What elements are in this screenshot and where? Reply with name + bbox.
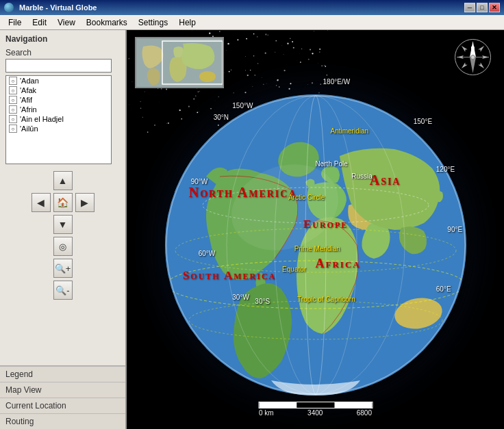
- list-item-label: 'Ain el Hadjel: [20, 115, 64, 123]
- list-item[interactable]: ○ 'Afrin: [6, 105, 111, 114]
- scale-seg-3: [334, 402, 372, 408]
- accordion-routing: Routing: [0, 413, 125, 429]
- nav-row-extra2: 🔍+: [53, 259, 73, 278]
- nav-buttons: ▲ ◀ 🏠 ▶ ▼ ◎ 🔍+ 🔍-: [5, 171, 120, 300]
- minimap[interactable]: [135, 37, 224, 88]
- list-item-label: 'Adan: [20, 77, 39, 85]
- location-icon: ○: [9, 125, 17, 133]
- nav-down-button[interactable]: ▼: [53, 215, 73, 234]
- left-panel: Navigation Search ○ 'Adan ○ 'Afak ○ 'Afi…: [0, 30, 127, 429]
- list-item[interactable]: ○ 'Afif: [6, 95, 111, 105]
- globe-container: North America South America Europe Asia …: [165, 94, 466, 395]
- titlebar: Marble - Virtual Globe ─ □ ✕: [0, 0, 504, 15]
- list-item[interactable]: ○ 'Afak: [6, 86, 111, 95]
- menubar: File Edit View Bookmarks Settings Help: [0, 15, 504, 30]
- accordion-routing-header[interactable]: Routing: [0, 414, 125, 429]
- menu-edit[interactable]: Edit: [27, 16, 52, 29]
- accordion-mapview-header[interactable]: Map View: [0, 382, 125, 398]
- nav-row-up: ▲: [53, 171, 73, 190]
- minimap-svg: [136, 38, 223, 87]
- minimize-button[interactable]: ─: [464, 3, 475, 12]
- svg-text:N: N: [471, 45, 475, 51]
- navigation-section: Navigation Search ○ 'Adan ○ 'Afak ○ 'Afi…: [0, 30, 125, 365]
- list-item[interactable]: ○ 'Ailūn: [6, 124, 111, 133]
- compass-svg: N: [454, 38, 492, 76]
- main-layout: Navigation Search ○ 'Adan ○ 'Afak ○ 'Afi…: [0, 30, 504, 429]
- list-item-label: 'Afrin: [20, 105, 37, 114]
- nav-row-down: ▼: [53, 215, 73, 234]
- scale-labels: 0 km 3400 6800: [259, 409, 372, 417]
- scale-label-0: 0 km: [259, 409, 274, 417]
- scale-label-max: 6800: [357, 409, 372, 417]
- list-item[interactable]: ○ 'Ain el Hadjel: [6, 114, 111, 124]
- nav-row-extra3: 🔍-: [53, 281, 73, 300]
- accordion-mapview: Map View: [0, 382, 125, 398]
- map-area[interactable]: North America South America Europe Asia …: [127, 30, 504, 429]
- scale-label-mid: 3400: [307, 409, 323, 417]
- globe-landmass: [165, 94, 466, 395]
- accordion-legend-header[interactable]: Legend: [0, 367, 125, 382]
- menu-file[interactable]: File: [3, 16, 27, 29]
- navigation-header: Navigation: [5, 34, 120, 44]
- list-item-label: 'Afak: [20, 86, 36, 94]
- location-icon: ○: [9, 105, 17, 114]
- list-item-label: 'Ailūn: [20, 125, 38, 133]
- nav-row-extra1: ◎: [53, 237, 73, 256]
- titlebar-controls: ─ □ ✕: [464, 3, 500, 12]
- maximize-button[interactable]: □: [477, 3, 488, 12]
- compass[interactable]: N: [454, 38, 492, 76]
- location-icon: ○: [9, 115, 17, 123]
- svg-point-22: [471, 55, 475, 60]
- accordion-currentlocation: Current Location: [0, 398, 125, 413]
- svg-point-16: [199, 71, 216, 82]
- menu-bookmarks[interactable]: Bookmarks: [81, 16, 133, 29]
- accordion-currentlocation-header[interactable]: Current Location: [0, 398, 125, 413]
- nav-zoom-in-button[interactable]: 🔍+: [53, 259, 73, 278]
- menu-help[interactable]: Help: [173, 16, 201, 29]
- titlebar-title: Marble - Virtual Globe: [4, 3, 97, 12]
- scale-seg-2: [297, 402, 334, 408]
- close-button[interactable]: ✕: [489, 3, 500, 12]
- search-label: Search: [5, 48, 120, 57]
- location-icon: ○: [9, 77, 17, 85]
- bottom-accordion: Legend Map View Current Location Routing: [0, 365, 125, 429]
- scale-line: [258, 402, 373, 408]
- scale-seg-1: [259, 402, 297, 408]
- search-input[interactable]: [5, 59, 112, 73]
- nav-home-button[interactable]: 🏠: [53, 193, 73, 212]
- search-results-list[interactable]: ○ 'Adan ○ 'Afak ○ 'Afif ○ 'Afrin ○ 'Ai: [5, 75, 112, 164]
- nav-row-middle: ◀ 🏠 ▶: [32, 193, 94, 212]
- menu-view[interactable]: View: [52, 16, 81, 29]
- nav-left-button[interactable]: ◀: [32, 193, 51, 212]
- app-icon: [4, 3, 14, 12]
- location-icon: ○: [9, 86, 17, 94]
- scale-bar: 0 km 3400 6800: [258, 402, 373, 417]
- accordion-legend: Legend: [0, 366, 125, 382]
- list-item[interactable]: ○ 'Adan: [6, 76, 111, 86]
- location-icon: ○: [9, 96, 17, 104]
- menu-settings[interactable]: Settings: [133, 16, 173, 29]
- nav-up-button[interactable]: ▲: [53, 171, 73, 190]
- list-item-label: 'Afif: [20, 96, 32, 104]
- app-title: Marble - Virtual Globe: [19, 3, 97, 12]
- globe: [165, 94, 466, 395]
- nav-target-button[interactable]: ◎: [53, 237, 73, 256]
- nav-zoom-out-button[interactable]: 🔍-: [53, 281, 73, 300]
- nav-right-button[interactable]: ▶: [75, 193, 94, 212]
